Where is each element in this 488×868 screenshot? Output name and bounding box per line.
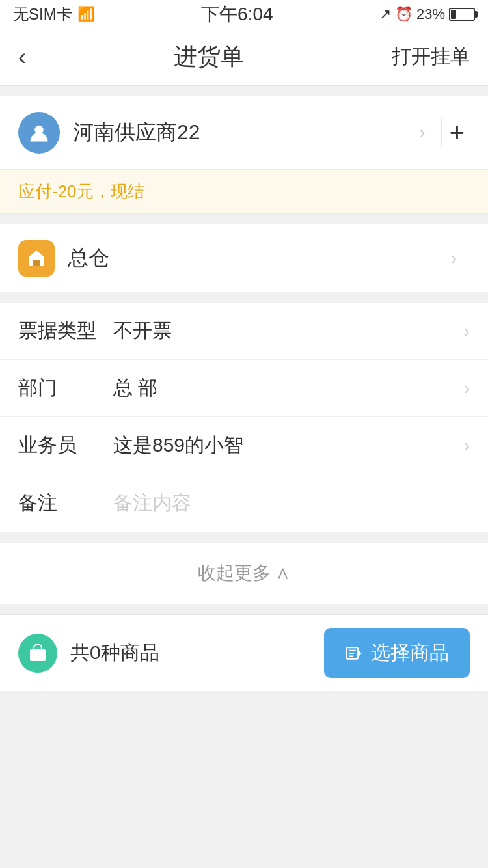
warehouse-name: 总仓: [68, 244, 451, 273]
nav-bar: ‹ 进货单 打开挂单: [0, 29, 488, 86]
status-bar: 无SIM卡 📶 下午6:04 ↗ ⏰ 23%: [0, 0, 488, 29]
remark-label: 备注: [18, 490, 103, 517]
supplier-section: 河南供应商22 › + 应付-20元，现结: [0, 96, 488, 214]
invoice-type-row[interactable]: 票据类型 不开票 ›: [0, 303, 488, 360]
warehouse-section[interactable]: 总仓 ›: [0, 224, 488, 292]
supplier-row[interactable]: 河南供应商22 › +: [0, 96, 488, 169]
select-product-icon: [345, 644, 363, 662]
salesperson-value: 这是859的小智: [103, 432, 464, 459]
salesperson-chevron-icon: ›: [464, 435, 470, 456]
collapse-button[interactable]: 收起更多 ∧: [0, 542, 488, 604]
remark-input[interactable]: 备注内容: [103, 490, 470, 517]
select-product-button[interactable]: 选择商品: [324, 628, 470, 678]
notice-text: 应付-20元，现结: [18, 182, 144, 201]
supplier-left: 河南供应商22: [18, 112, 419, 154]
divider: [441, 118, 442, 147]
supplier-name: 河南供应商22: [73, 118, 200, 147]
battery-icon: [449, 8, 475, 21]
invoice-type-chevron-icon: ›: [464, 321, 470, 342]
bottom-bar: 共0种商品 选择商品: [0, 614, 488, 691]
notice-row: 应付-20元，现结: [0, 169, 488, 214]
form-section: 票据类型 不开票 › 部门 总 部 › 业务员 这是859的小智 › 备注 备注…: [0, 303, 488, 532]
svg-rect-4: [36, 653, 40, 657]
product-icon: [18, 634, 57, 673]
supplier-avatar: [18, 112, 60, 154]
collapse-label: 收起更多 ∧: [198, 563, 291, 583]
svg-rect-2: [33, 260, 40, 266]
status-time: 下午6:04: [201, 2, 273, 27]
warehouse-row[interactable]: 总仓 ›: [0, 224, 488, 292]
invoice-type-label: 票据类型: [18, 318, 103, 344]
remark-row[interactable]: 备注 备注内容: [0, 474, 488, 532]
page-title: 进货单: [174, 41, 244, 73]
back-button[interactable]: ‹: [18, 44, 26, 71]
department-value: 总 部: [103, 375, 464, 401]
location-icon: ↗: [379, 6, 391, 23]
invoice-type-value: 不开票: [103, 318, 464, 344]
department-label: 部门: [18, 375, 103, 401]
carrier-text: 无SIM卡: [13, 4, 72, 25]
salesperson-label: 业务员: [18, 432, 103, 459]
add-supplier-button[interactable]: +: [444, 118, 470, 148]
status-left: 无SIM卡 📶: [13, 4, 95, 25]
warehouse-chevron-icon: ›: [451, 248, 457, 269]
wifi-icon: 📶: [77, 6, 95, 23]
open-pending-button[interactable]: 打开挂单: [392, 44, 470, 70]
product-count: 共0种商品: [70, 640, 324, 666]
department-row[interactable]: 部门 总 部 ›: [0, 360, 488, 417]
content: 河南供应商22 › + 应付-20元，现结 总仓 › 票: [0, 86, 488, 691]
select-product-label: 选择商品: [371, 640, 449, 666]
warehouse-icon: [18, 240, 55, 277]
department-chevron-icon: ›: [464, 378, 470, 399]
supplier-chevron-icon: ›: [419, 122, 425, 143]
alarm-icon: ⏰: [395, 6, 413, 23]
salesperson-row[interactable]: 业务员 这是859的小智 ›: [0, 417, 488, 474]
status-right: ↗ ⏰ 23%: [379, 6, 475, 23]
battery-text: 23%: [416, 6, 445, 23]
